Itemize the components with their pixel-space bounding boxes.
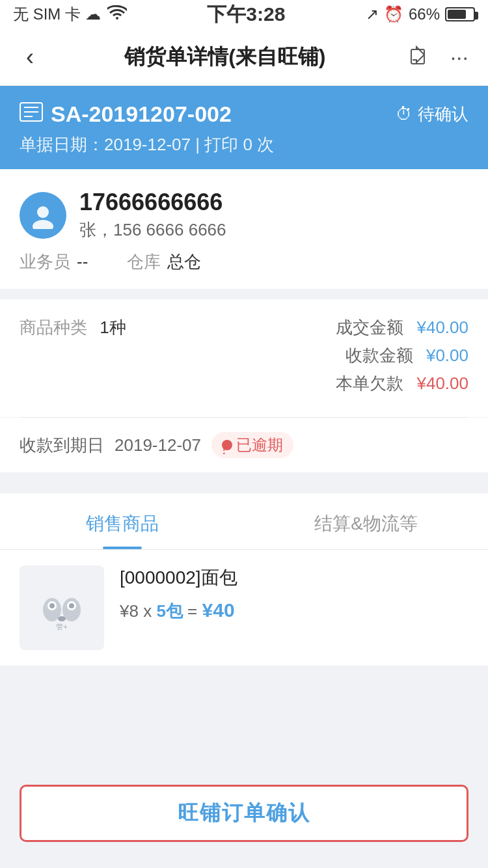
customer-avatar: [20, 192, 66, 239]
price-separator: x: [143, 601, 156, 621]
product-section: 管+ [0000002]面包 ¥8 x 5包 = ¥40: [0, 550, 488, 666]
svg-point-11: [49, 603, 55, 608]
clock-icon: ⏱: [396, 104, 413, 124]
status-bar-time: 下午3:28: [207, 1, 285, 28]
status-bar-left: 无 SIM 卡 ☁: [13, 4, 127, 25]
divider-1: [0, 289, 488, 299]
debt-row: 本单欠款 ¥40.00: [336, 372, 468, 395]
overdue-dot-icon: !: [222, 440, 232, 450]
nav-right-actions: ···: [410, 44, 468, 70]
status-bar-right: ↗ ⏰ 66%: [366, 5, 475, 23]
price-equals: =: [187, 601, 202, 621]
product-price: ¥8 x 5包 = ¥40: [120, 599, 468, 623]
received-label: 收款金额: [346, 344, 413, 367]
price-unit: ¥8: [120, 601, 139, 621]
svg-point-6: [33, 220, 53, 229]
due-date-value: 2019-12-07: [115, 435, 201, 455]
share-button[interactable]: [410, 44, 431, 70]
order-header: SA-20191207-002 ⏱ 待确认 单据日期：2019-12-07 | …: [0, 86, 488, 169]
divider-2: [0, 472, 488, 483]
salesperson-value: --: [77, 252, 88, 272]
due-date-label: 收款到期日: [20, 434, 104, 457]
order-id: SA-20191207-002: [20, 102, 232, 127]
customer-phone: 17666666666: [79, 189, 226, 216]
tabs-section: 销售商品 结算&物流等: [0, 493, 488, 550]
status-bar: 无 SIM 卡 ☁ 下午3:28 ↗ ⏰ 66%: [0, 0, 488, 29]
summary-section: 商品种类 1种 成交金额 ¥40.00 收款金额 ¥0.00 本单欠款 ¥40.…: [0, 299, 488, 417]
order-icon: [20, 102, 43, 127]
alarm-icon: ⏰: [384, 5, 403, 23]
svg-point-5: [37, 206, 49, 218]
summary-left: 商品种类 1种: [20, 316, 126, 339]
battery-label: 66%: [409, 5, 440, 23]
warehouse-item: 仓库 总仓: [127, 251, 201, 273]
product-type-label: 商品种类: [20, 318, 87, 337]
warehouse-label: 仓库: [127, 251, 161, 273]
amount-row: 成交金额 ¥40.00: [336, 316, 468, 339]
due-date-section: 收款到期日 2019-12-07 ! 已逾期: [0, 418, 488, 472]
summary-right: 成交金额 ¥40.00 收款金额 ¥0.00 本单欠款 ¥40.00: [336, 316, 468, 400]
debt-label: 本单欠款: [336, 372, 403, 395]
debt-value: ¥40.00: [416, 373, 468, 394]
svg-text:管+: 管+: [56, 623, 67, 631]
warehouse-value: 总仓: [167, 251, 201, 273]
no-sim-label: 无 SIM 卡 ☁: [13, 4, 101, 25]
page-title: 销货单详情(来自旺铺): [124, 43, 325, 72]
customer-info: 17666666666 张，156 6666 6666: [79, 189, 226, 241]
wifi-icon: [107, 5, 127, 23]
customer-meta: 业务员 -- 仓库 总仓: [20, 251, 468, 273]
price-quantity: 5包: [156, 601, 182, 621]
order-date: 单据日期：2019-12-07 | 打印 0 次: [20, 133, 468, 156]
more-button[interactable]: ···: [450, 44, 468, 70]
salesperson-label: 业务员: [20, 251, 70, 273]
overdue-badge: ! 已逾期: [211, 432, 293, 458]
back-button[interactable]: ‹: [20, 37, 40, 77]
product-type-value: 1种: [100, 318, 126, 337]
product-name: [0000002]面包: [120, 565, 468, 590]
order-status: ⏱ 待确认: [396, 103, 468, 126]
svg-point-13: [58, 616, 66, 621]
received-row: 收款金额 ¥0.00: [336, 344, 468, 367]
confirm-order-button[interactable]: 旺铺订单确认: [20, 785, 468, 842]
nav-bar: ‹ 销货单详情(来自旺铺) ···: [0, 29, 488, 86]
received-value: ¥0.00: [426, 346, 468, 366]
customer-section: 17666666666 张，156 6666 6666 业务员 -- 仓库 总仓: [0, 169, 488, 289]
confirm-button-container: 旺铺订单确认: [0, 785, 488, 842]
tab-sales-products[interactable]: 销售商品: [0, 493, 244, 549]
customer-name: 张，156 6666 6666: [79, 219, 226, 241]
salesperson-item: 业务员 --: [20, 251, 88, 273]
price-total: ¥40: [202, 599, 235, 621]
svg-point-12: [69, 603, 74, 608]
product-thumbnail: 管+: [20, 565, 104, 650]
overdue-text: 已逾期: [236, 435, 283, 455]
location-icon: ↗: [366, 5, 379, 23]
bottom-spacer: [0, 666, 488, 796]
battery-icon: [445, 7, 475, 21]
tab-settlement-logistics[interactable]: 结算&物流等: [244, 493, 488, 549]
amount-value: ¥40.00: [416, 318, 468, 338]
product-info: [0000002]面包 ¥8 x 5包 = ¥40: [120, 565, 468, 650]
amount-label: 成交金额: [336, 316, 403, 339]
